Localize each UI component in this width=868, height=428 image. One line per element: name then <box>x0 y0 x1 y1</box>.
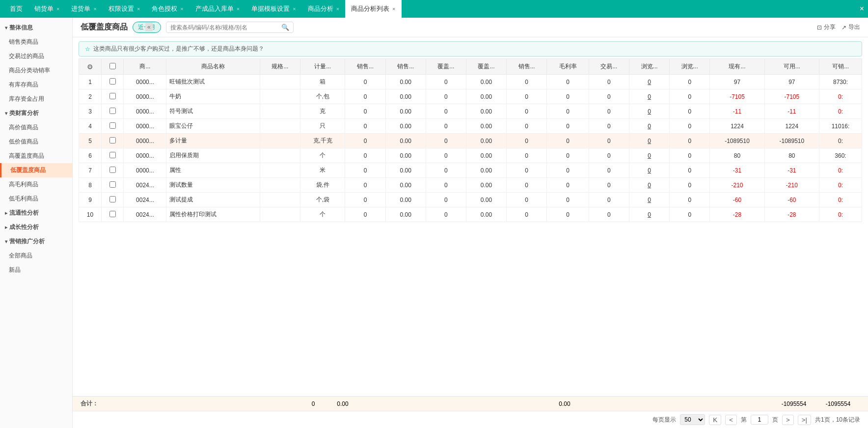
row-select-checkbox[interactable] <box>109 122 116 129</box>
row-browse1[interactable]: 0 <box>629 104 670 119</box>
row-name[interactable]: 符号测试 <box>166 104 260 119</box>
row-name[interactable]: 测试提成 <box>166 193 260 207</box>
row-browse1[interactable]: 0 <box>629 163 670 178</box>
sidebar-item-all-goods[interactable]: 全部商品 <box>0 249 72 263</box>
row-name[interactable]: 启用保质期 <box>166 148 260 163</box>
row-select-checkbox[interactable] <box>109 167 116 173</box>
row-select-checkbox[interactable] <box>109 137 116 143</box>
th-sales-amt[interactable]: 销售... <box>385 59 426 75</box>
sidebar-group-marketing[interactable]: ▾ 营销推广分析 <box>0 234 72 249</box>
sidebar-item-high-value[interactable]: 高价值商品 <box>0 120 72 135</box>
row-browse1[interactable]: 0 <box>629 75 670 89</box>
nav-tab-template[interactable]: 单据模板设置 × <box>245 0 301 18</box>
th-name[interactable]: 商品名称 <box>166 59 260 75</box>
row-select-checkbox[interactable] <box>109 211 116 217</box>
row-select-checkbox[interactable] <box>109 93 116 99</box>
first-page-button[interactable]: K <box>709 415 721 425</box>
row-checkbox[interactable] <box>102 178 124 193</box>
row-select-checkbox[interactable] <box>109 152 116 158</box>
row-name[interactable]: 多计量 <box>166 134 260 148</box>
sidebar-item-traded-goods[interactable]: 交易过的商品 <box>0 49 72 63</box>
row-name[interactable]: 旺铺批次测试 <box>166 75 260 89</box>
share-button[interactable]: ⊡ 分享 <box>817 23 836 31</box>
nav-tab-analysis[interactable]: 商品分析 × <box>302 0 345 18</box>
sidebar-item-low-margin[interactable]: 低毛利商品 <box>0 192 72 206</box>
table-container[interactable]: ⚙ 商... 商品名称 规格... <box>73 58 868 396</box>
close-permissions-tab[interactable]: × <box>137 6 140 12</box>
close-role-tab[interactable]: × <box>180 6 183 12</box>
th-sales3[interactable]: 销售... <box>507 59 547 75</box>
close-all-tabs[interactable]: × <box>860 4 864 13</box>
row-checkbox[interactable] <box>102 89 124 104</box>
row-checkbox[interactable] <box>102 104 124 119</box>
th-current-stock[interactable]: 现有... <box>710 59 764 75</box>
close-template-tab[interactable]: × <box>293 6 296 12</box>
row-name[interactable]: 眼宝公仔 <box>166 119 260 134</box>
th-available[interactable]: 可用... <box>764 59 819 75</box>
prev-page-button[interactable]: < <box>725 415 737 425</box>
row-browse1[interactable]: 0 <box>629 119 670 134</box>
sidebar-item-high-margin[interactable]: 高毛利商品 <box>0 177 72 192</box>
row-select-checkbox[interactable] <box>109 78 116 85</box>
checkbox-column-header[interactable] <box>102 59 124 75</box>
nav-tab-permissions[interactable]: 权限设置 × <box>103 0 146 18</box>
sidebar-item-low-value[interactable]: 低价值商品 <box>0 135 72 149</box>
nav-tab-role[interactable]: 角色授权 × <box>146 0 189 18</box>
sidebar-item-in-stock[interactable]: 有库存商品 <box>0 78 72 92</box>
sidebar-group-wealth[interactable]: ▾ 类财富分析 <box>0 106 72 120</box>
row-select-checkbox[interactable] <box>109 108 116 114</box>
th-code[interactable]: 商... <box>124 59 166 75</box>
th-browse2[interactable]: 浏览... <box>670 59 710 75</box>
export-button[interactable]: ↗ 导出 <box>841 23 860 31</box>
row-browse1[interactable]: 0 <box>629 178 670 193</box>
row-browse1[interactable]: 0 <box>629 148 670 163</box>
sidebar-collapse-button[interactable]: « <box>145 23 153 31</box>
page-size-select[interactable]: 50 10 20 100 <box>680 414 705 425</box>
sidebar-item-sales-goods[interactable]: 销售类商品 <box>0 35 72 49</box>
row-checkbox[interactable] <box>102 75 124 89</box>
row-browse1[interactable]: 0 <box>629 193 670 207</box>
row-browse1[interactable]: 0 <box>629 89 670 104</box>
sidebar-item-high-coverage[interactable]: 高覆盖度商品 <box>0 149 72 163</box>
th-unit[interactable]: 计量... <box>300 59 345 75</box>
nav-tab-sales[interactable]: 销货单 × <box>28 0 65 18</box>
page-number-input[interactable] <box>751 415 768 425</box>
nav-tab-home[interactable]: 首页 <box>4 0 28 18</box>
row-name[interactable]: 测试数量 <box>166 178 260 193</box>
nav-tab-purchase[interactable]: 进货单 × <box>65 0 102 18</box>
nav-tab-analysis-list[interactable]: 商品分析列表 × <box>345 0 401 18</box>
row-name[interactable]: 属性价格打印测试 <box>166 207 260 222</box>
sidebar-group-growth[interactable]: ▸ 成长性分析 <box>0 220 72 234</box>
th-coverage2[interactable]: 覆盖... <box>466 59 506 75</box>
close-purchase-tab[interactable]: × <box>93 6 96 12</box>
search-input[interactable] <box>170 24 281 31</box>
th-sellable[interactable]: 可销... <box>819 59 862 75</box>
row-checkbox[interactable] <box>102 207 124 222</box>
sidebar-item-stock-capital[interactable]: 库存资金占用 <box>0 92 72 106</box>
row-browse1[interactable]: 0 <box>629 134 670 148</box>
row-browse1[interactable]: 0 <box>629 207 670 222</box>
th-transaction[interactable]: 交易... <box>589 59 629 75</box>
th-spec[interactable]: 规格... <box>260 59 300 75</box>
nav-tab-product-storage[interactable]: 产成品入库单 × <box>190 0 245 18</box>
row-checkbox[interactable] <box>102 119 124 134</box>
th-coverage1[interactable]: 覆盖... <box>426 59 466 75</box>
row-checkbox[interactable] <box>102 193 124 207</box>
sidebar-item-category-rate[interactable]: 商品分类动销率 <box>0 63 72 78</box>
close-analysis-tab[interactable]: × <box>336 6 339 12</box>
last-page-button[interactable]: >| <box>798 415 811 425</box>
close-sales-tab[interactable]: × <box>56 6 59 12</box>
th-browse1[interactable]: 浏览... <box>629 59 670 75</box>
sidebar-group-overall[interactable]: ▾ 整体信息 <box>0 21 72 35</box>
row-name[interactable]: 属性 <box>166 163 260 178</box>
sidebar-item-new-goods[interactable]: 新品 <box>0 263 72 277</box>
row-select-checkbox[interactable] <box>109 181 116 188</box>
sidebar-item-low-coverage[interactable]: 低覆盖度商品 <box>0 163 72 177</box>
row-name[interactable]: 牛奶 <box>166 89 260 104</box>
select-all-checkbox[interactable] <box>109 63 116 69</box>
row-checkbox[interactable] <box>102 163 124 178</box>
next-page-button[interactable]: > <box>782 415 794 425</box>
th-sales-qty[interactable]: 销售... <box>345 59 385 75</box>
row-checkbox[interactable] <box>102 134 124 148</box>
settings-icon[interactable]: ⚙ <box>87 63 93 71</box>
